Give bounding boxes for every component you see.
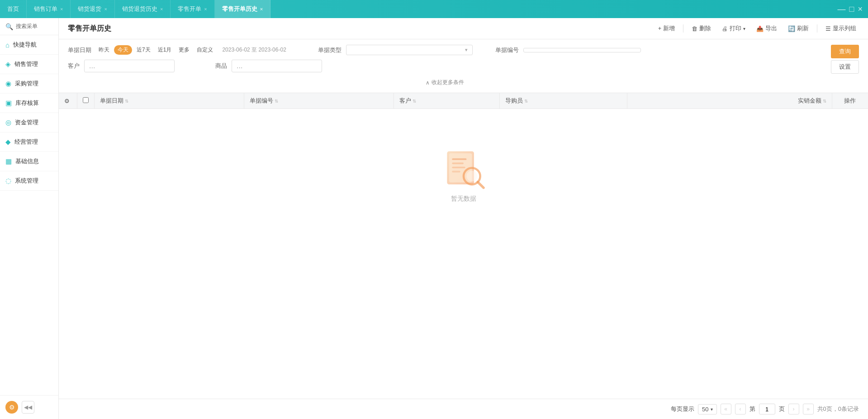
date-btn-1month[interactable]: 近1月 [155, 45, 175, 55]
date-shortcuts: 昨天 今天 近7天 近1月 更多 自定义 [96, 45, 216, 55]
per-page-arrow-icon: ▾ [711, 407, 713, 412]
print-icon: 🖨 [722, 25, 728, 32]
sort-number-icon: ⇅ [275, 99, 278, 104]
customer-dots: ... [89, 62, 95, 70]
print-arrow-icon: ▾ [743, 26, 745, 31]
window-close-btn[interactable]: × [858, 5, 863, 14]
sidebar-item-quicknav-label: 快捷导航 [13, 41, 37, 49]
data-table: ⚙ 单据日期 ⇅ 单据编号 [59, 93, 868, 109]
tab-sales-return-label: 销货退货 [78, 5, 101, 13]
sidebar-item-basic[interactable]: ▦ 基础信息 [0, 152, 58, 171]
th-customer[interactable]: 客户 ⇅ [394, 93, 500, 109]
tab-sales-return-close[interactable]: × [104, 6, 107, 12]
th-date-label: 单据日期 [100, 97, 123, 105]
next-page-btn[interactable]: › [788, 404, 799, 414]
delete-button[interactable]: 🗑 删除 [689, 23, 714, 34]
purchase-icon: ◉ [5, 80, 11, 88]
tab-list: 首页 销售订单 × 销货退货 × 销货退货历史 × 零售开单 × 零售开单历史 … [0, 0, 832, 18]
th-amount[interactable]: 实销金额 ⇅ [627, 93, 832, 109]
header-actions: + 新增 🗑 删除 🖨 打印 ▾ 📤 导出 🔄 刷新 [655, 23, 859, 34]
date-btn-7days[interactable]: 近7天 [134, 45, 153, 55]
tab-sales-return-history-label: 销货退货历史 [122, 5, 157, 13]
doc-number-input[interactable] [523, 48, 641, 52]
collapse-more-label: 收起更多条件 [432, 79, 464, 86]
refresh-label: 刷新 [797, 24, 809, 33]
add-button[interactable]: + 新增 [655, 23, 678, 34]
tab-retail-order-label: 零售开单 [178, 5, 201, 13]
tab-retail-history-close[interactable]: × [260, 6, 263, 12]
tab-sales-return-history[interactable]: 销货退货历史 × [115, 0, 171, 18]
page-number-input[interactable] [759, 404, 775, 414]
display-icon: ☰ [825, 25, 831, 32]
svg-rect-4 [452, 167, 465, 169]
filter-row-1: 单据日期 昨天 今天 近7天 近1月 更多 自定义 2023-06-02 至 2… [68, 45, 822, 55]
last-page-btn[interactable]: » [803, 404, 814, 414]
column-settings-icon[interactable]: ⚙ [64, 98, 70, 104]
page-header: 零售开单历史 + 新增 🗑 删除 🖨 打印 ▾ 📤 导出 � [59, 18, 868, 39]
export-button[interactable]: 📤 导出 [754, 23, 780, 34]
page-total: 共0页，0条记录 [817, 405, 859, 413]
sort-date-icon: ⇅ [125, 99, 128, 104]
sidebar-item-operation[interactable]: ◆ 经营管理 [0, 132, 58, 152]
delete-icon: 🗑 [692, 25, 697, 32]
select-all-checkbox[interactable] [83, 97, 89, 103]
sidebar-item-finance[interactable]: ◎ 资金管理 [0, 113, 58, 132]
filter-row-2: 客户 ... 商品 ... [68, 60, 822, 72]
th-guide[interactable]: 导购员 ⇅ [499, 93, 627, 109]
sidebar: 🔍 搜索采单 ⌂ 快捷导航 ◈ 销售管理 ◉ 采购管理 ▣ 库存核算 ◎ 资金管… [0, 18, 59, 419]
tab-sales-return[interactable]: 销货退货 × [71, 0, 114, 18]
doc-number-label: 单据编号 [495, 46, 519, 54]
sidebar-item-sales[interactable]: ◈ 销售管理 [0, 55, 58, 74]
first-page-btn[interactable]: « [721, 404, 731, 414]
refresh-button[interactable]: 🔄 刷新 [785, 23, 811, 34]
pagination-bar: 每页显示 50 ▾ « ‹ 第 页 › » 共0页，0条记录 [59, 399, 868, 419]
sidebar-item-system-label: 系统管理 [15, 177, 38, 185]
date-btn-more[interactable]: 更多 [176, 45, 192, 55]
window-max-btn[interactable]: □ [849, 5, 854, 14]
sidebar-item-operation-label: 经营管理 [14, 138, 38, 146]
divider-1 [683, 24, 683, 33]
prev-page-btn[interactable]: ‹ [735, 404, 746, 414]
page-suffix: 页 [779, 405, 785, 413]
customer-input[interactable]: ... [84, 60, 175, 72]
query-button[interactable]: 查询 [831, 45, 859, 58]
print-label: 打印 [730, 24, 741, 33]
sidebar-item-system[interactable]: ◌ 系统管理 [0, 171, 58, 191]
tab-sales-return-history-close[interactable]: × [160, 6, 163, 12]
collapse-more-btn[interactable]: ∧ 收起更多条件 [68, 77, 822, 88]
date-btn-yesterday[interactable]: 昨天 [96, 45, 112, 55]
tab-home-label: 首页 [7, 5, 19, 13]
sort-customer-icon: ⇅ [413, 99, 416, 104]
per-page-select[interactable]: 50 ▾ [698, 404, 716, 414]
th-settings[interactable]: ⚙ [59, 93, 77, 109]
tab-retail-history[interactable]: 零售开单历史 × [215, 0, 270, 18]
per-page-label: 每页显示 [671, 405, 694, 413]
tab-retail-order-close[interactable]: × [204, 6, 207, 12]
date-btn-today[interactable]: 今天 [114, 45, 132, 55]
settings-button[interactable]: 设置 [831, 60, 859, 74]
filter-area: 单据日期 昨天 今天 近7天 近1月 更多 自定义 2023-06-02 至 2… [59, 39, 868, 93]
filter-arrow-down-icon: ▾ [465, 47, 468, 53]
sidebar-collapse-btn[interactable]: ◀◀ [22, 401, 34, 414]
tab-home[interactable]: 首页 [0, 0, 27, 18]
tab-sales-order[interactable]: 销售订单 × [27, 0, 71, 18]
tab-sales-order-close[interactable]: × [60, 6, 63, 12]
settings-gear-btn[interactable]: ⚙ [5, 401, 18, 414]
sidebar-search[interactable]: 🔍 搜索采单 [0, 18, 58, 35]
divider-2 [817, 24, 817, 33]
th-date[interactable]: 单据日期 ⇅ [94, 93, 244, 109]
sidebar-item-quicknav[interactable]: ⌂ 快捷导航 [0, 35, 58, 55]
sidebar-item-inventory[interactable]: ▣ 库存核算 [0, 94, 58, 113]
date-btn-custom[interactable]: 自定义 [194, 45, 216, 55]
product-input[interactable]: ... [232, 60, 322, 72]
doc-type-select[interactable]: ▾ [346, 45, 473, 55]
sidebar-item-purchase[interactable]: ◉ 采购管理 [0, 74, 58, 94]
product-filter-label: 商品 [215, 62, 227, 70]
th-customer-label: 客户 [399, 97, 411, 105]
window-min-btn[interactable]: — [838, 5, 846, 14]
th-number[interactable]: 单据编号 ⇅ [244, 93, 394, 109]
tab-retail-order[interactable]: 零售开单 × [171, 0, 214, 18]
print-button[interactable]: 🖨 打印 ▾ [719, 23, 748, 34]
top-bar: 首页 销售订单 × 销货退货 × 销货退货历史 × 零售开单 × 零售开单历史 … [0, 0, 868, 18]
display-button[interactable]: ☰ 显示列组 [823, 23, 859, 34]
